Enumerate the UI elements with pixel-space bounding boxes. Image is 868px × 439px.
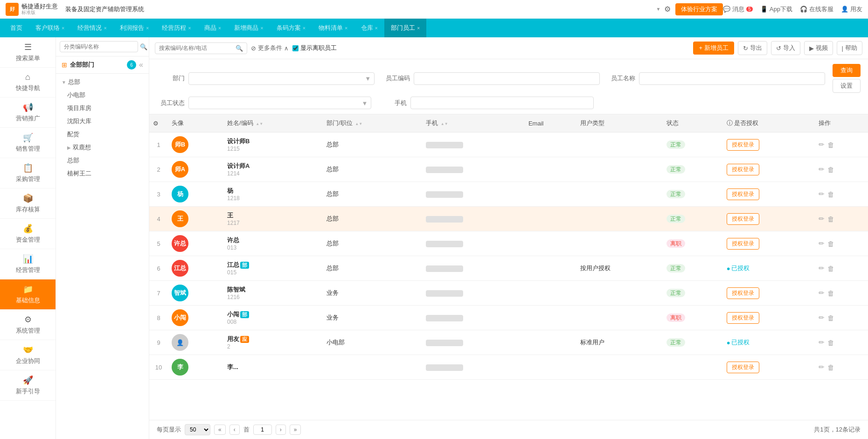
delete-icon[interactable]: 🗑 (827, 339, 834, 347)
dept-collapse-icon[interactable]: « (139, 61, 143, 69)
delete-icon[interactable]: 🗑 (827, 240, 834, 248)
dept-node-shenyang[interactable]: 沈阳大库 (56, 115, 149, 128)
edit-icon[interactable]: ✏ (819, 239, 825, 248)
dept-node-shuanglu[interactable]: ▶ 双鹿想 (56, 141, 149, 154)
close-icon[interactable]: × (417, 25, 420, 31)
tab-home[interactable]: 首页 (4, 19, 29, 37)
dept-node-xiaodian[interactable]: 小电部 (56, 89, 149, 102)
tab-profit[interactable]: 利润报告 × (113, 19, 155, 37)
close-icon[interactable]: × (62, 25, 64, 31)
delete-icon[interactable]: 🗑 (827, 190, 834, 198)
delete-icon[interactable]: 🗑 (827, 314, 834, 322)
tab-operation[interactable]: 经营情况 × (71, 19, 113, 37)
close-icon[interactable]: × (104, 25, 106, 31)
close-icon[interactable]: × (146, 25, 149, 31)
dept-node-zhishu[interactable]: 植树王二 (56, 167, 149, 180)
auth-btn[interactable]: 授权登录 (727, 238, 759, 250)
tab-warehouse[interactable]: 仓库 × (354, 19, 384, 37)
help-btn[interactable]: | 帮助 (837, 41, 862, 55)
emp-status-select[interactable] (188, 97, 371, 109)
export-btn[interactable]: ↻ 导出 (738, 41, 767, 55)
edit-icon[interactable]: ✏ (819, 190, 825, 198)
dept-add-icon[interactable]: 6 (127, 60, 136, 70)
app-download-btn[interactable]: 📱 App下载 (760, 5, 792, 14)
dept-search-input[interactable] (60, 41, 138, 52)
message-btn[interactable]: 💬 消息 5 (723, 5, 753, 14)
show-resigned-checkbox[interactable]: 显示离职员工 (292, 44, 337, 52)
search-icon[interactable]: 🔍 (236, 45, 243, 52)
close-icon[interactable]: × (375, 25, 378, 31)
sidebar-item-operation-mgmt[interactable]: 📊 经营管理 (0, 249, 56, 279)
view-btn[interactable]: ▶ 视频 (804, 41, 833, 55)
sidebar-item-marketing[interactable]: 📢 营销推广 (0, 98, 56, 128)
edit-icon[interactable]: ✏ (819, 215, 825, 223)
edit-icon[interactable]: ✏ (819, 165, 825, 174)
gear-icon[interactable]: ⚙ (664, 5, 671, 14)
sidebar-item-purchase[interactable]: 📋 采购管理 (0, 158, 56, 188)
emp-code-input[interactable] (414, 72, 600, 85)
edit-icon[interactable]: ✏ (819, 338, 825, 347)
show-resigned-input[interactable] (292, 45, 299, 51)
auth-btn[interactable]: 授权登录 (727, 188, 759, 200)
system-dropdown-arrow[interactable]: ▼ (656, 7, 660, 12)
prev-page-btn[interactable]: ‹ (229, 425, 240, 435)
last-page-btn[interactable]: » (290, 425, 301, 435)
query-btn[interactable]: 查询 (833, 64, 861, 77)
auth-btn[interactable]: 授权登录 (727, 164, 759, 175)
delete-icon[interactable]: 🗑 (827, 215, 834, 223)
close-icon[interactable]: × (260, 25, 263, 31)
tab-customer[interactable]: 客户联络 × (29, 19, 71, 37)
tab-bom[interactable]: 物料清单 × (312, 19, 354, 37)
auth-btn[interactable]: 授权登录 (727, 139, 759, 151)
th-name[interactable]: 姓名/编码 ▲▼ (223, 114, 323, 132)
edit-icon[interactable]: ✏ (819, 363, 825, 371)
dept-search-icon[interactable]: 🔍 (140, 43, 147, 50)
tab-goods[interactable]: 商品 × (198, 19, 228, 37)
th-phone[interactable]: 手机 ▲▼ (422, 114, 525, 132)
sidebar-item-collab[interactable]: 🤝 企业协同 (0, 340, 56, 370)
close-icon[interactable]: × (188, 25, 191, 31)
add-employee-btn[interactable]: + 新增员工 (693, 42, 734, 55)
tab-history[interactable]: 经营历程 × (155, 19, 197, 37)
phone-input[interactable] (410, 97, 593, 109)
emp-name-input[interactable] (639, 72, 825, 85)
edit-icon[interactable]: ✏ (819, 140, 825, 149)
dept-select[interactable] (188, 72, 375, 85)
th-setting[interactable]: ⚙ (149, 114, 168, 132)
th-dept[interactable]: 部门/职位 ▲▼ (323, 114, 422, 132)
auth-btn[interactable]: 授权登录 (727, 312, 759, 324)
delete-icon[interactable]: 🗑 (827, 166, 834, 174)
tab-barcode[interactable]: 条码方案 × (270, 19, 312, 37)
reset-btn[interactable]: 设置 (833, 79, 861, 93)
sidebar-item-nav[interactable]: ⌂ 快捷导航 (0, 68, 56, 98)
sidebar-item-basic-info[interactable]: 📁 基础信息 (0, 279, 56, 310)
search-input[interactable] (159, 45, 234, 51)
tab-new-goods[interactable]: 新增商品 × (228, 19, 270, 37)
close-icon[interactable]: × (345, 25, 347, 31)
sidebar-item-inventory[interactable]: 📦 库存核算 (0, 188, 56, 219)
per-page-select[interactable]: 50 10 20 100 (185, 424, 210, 435)
edit-icon[interactable]: ✏ (819, 264, 825, 272)
dept-node-zongbu[interactable]: 总部 (56, 154, 149, 167)
auth-btn[interactable]: 授权登录 (727, 362, 759, 373)
auth-btn[interactable]: 授权登录 (727, 287, 759, 299)
more-filters-btn[interactable]: ⊘ 更多条件 ∧ (251, 44, 289, 52)
sidebar-item-finance[interactable]: 💰 资金管理 (0, 219, 56, 249)
close-icon[interactable]: × (218, 25, 221, 31)
next-page-btn[interactable]: › (276, 425, 286, 435)
sidebar-item-sales[interactable]: 🛒 销售管理 (0, 128, 56, 158)
tab-employees[interactable]: 部门员工 × (384, 19, 426, 37)
delete-icon[interactable]: 🗑 (827, 363, 834, 371)
user-btn[interactable]: 👤 用友 (841, 5, 862, 14)
sidebar-item-system[interactable]: ⚙ 系统管理 (0, 310, 56, 340)
online-service-btn[interactable]: 🎧 在线客服 (800, 5, 833, 14)
delete-icon[interactable]: 🗑 (827, 289, 834, 297)
auth-btn[interactable]: 授权登录 (727, 213, 759, 225)
edit-icon[interactable]: ✏ (819, 314, 825, 322)
first-page-btn[interactable]: « (214, 425, 226, 435)
dept-node-root[interactable]: ▼ 总部 (56, 76, 149, 89)
delete-icon[interactable]: 🗑 (827, 141, 834, 149)
dept-node-peihuo[interactable]: 配货 (56, 128, 149, 141)
delete-icon[interactable]: 🗑 (827, 265, 834, 272)
edit-icon[interactable]: ✏ (819, 289, 825, 297)
